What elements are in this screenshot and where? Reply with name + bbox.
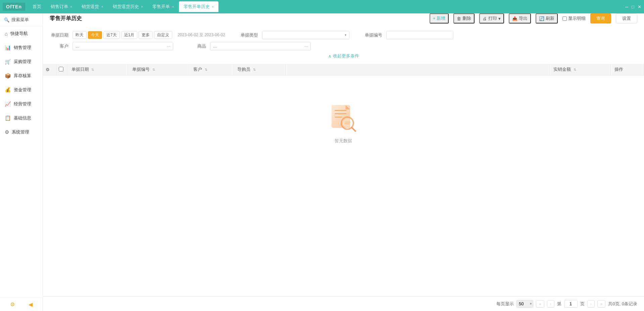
tab-sales-order-close[interactable]: × [70,5,72,9]
sidebar-item-basic-info[interactable]: 📋 基础信息 [0,111,43,125]
add-button[interactable]: + 新增 [430,13,449,23]
date-btn-more[interactable]: 更多 [139,31,153,39]
tab-sales-return-close[interactable]: × [101,5,103,9]
print-dropdown-icon: ▾ [498,16,501,21]
sidebar-item-inventory[interactable]: 📦 库存核算 [0,69,43,83]
sidebar-search[interactable]: 🔍 搜索菜单 [0,13,43,27]
customer-input-dots: ··· [167,44,170,49]
tab-sales-return-history-close[interactable]: × [141,5,143,9]
minimize-btn[interactable]: ─ [625,4,628,9]
display-detail-input[interactable] [562,16,567,21]
select-all-checkbox[interactable] [59,67,63,71]
tab-home[interactable]: 首页 [28,1,46,12]
filter-settings-button[interactable]: 设置 [616,13,637,23]
date-btn-last1m[interactable]: 近1月 [121,31,138,39]
collapse-btn[interactable]: ∧ 收起更多条件 [328,53,359,59]
close-btn[interactable]: ✕ [638,4,641,9]
col-date: 单据日期 ⇅ [67,64,128,75]
col-order-no-label: 单据编号 [132,67,150,72]
tab-sales-return[interactable]: 销货退货 × [77,1,108,12]
tab-sales-order[interactable]: 销售订单 × [46,1,77,12]
sidebar-collapse-icon[interactable]: ◀ [29,301,33,308]
display-detail-label: 显示明细 [568,15,586,21]
order-no-label: 单据编号 [363,32,382,38]
display-detail-checkbox[interactable]: 显示明细 [562,15,586,21]
sidebar-item-basic-info-label: 基础信息 [14,115,31,121]
prev-page-btn[interactable]: ‹ [547,300,554,308]
sidebar-item-purchase-mgmt[interactable]: 🛒 采购管理 [0,55,43,69]
order-type-select[interactable] [262,31,349,39]
tab-sales-return-history[interactable]: 销货退货历史 × [108,1,148,12]
empty-illustration [327,102,360,133]
data-table: ⚙ 单据日期 ⇅ 单据编号 ⇅ [43,64,644,164]
col-actual-amount-sort-icon[interactable]: ⇅ [574,68,576,71]
table-header-row: ⚙ 单据日期 ⇅ 单据编号 ⇅ [43,64,644,75]
first-page-btn[interactable]: « [536,300,544,308]
restore-btn[interactable]: □ [632,4,634,9]
last-page-btn[interactable]: » [597,300,606,308]
print-label: 打印 [488,15,497,21]
col-settings[interactable]: ⚙ [43,64,56,75]
page-number-input[interactable] [564,300,578,308]
filter-row-1: 单据日期 昨天 今天 近7天 近1月 更多 自定义 2023-06-02 至 2… [50,31,637,39]
sidebar-settings-icon[interactable]: ⚙ [10,301,15,308]
customer-input-wrap: ··· [72,42,173,50]
date-btn-custom[interactable]: 自定义 [154,31,172,39]
sidebar-item-operations-label: 经营管理 [14,101,31,107]
sidebar-item-system-mgmt[interactable]: ⚙ 系统管理 [0,125,43,139]
tab-retail-open[interactable]: 零售开单 × [148,1,179,12]
order-no-input[interactable] [386,31,453,39]
date-btn-yesterday[interactable]: 昨天 [72,31,87,39]
sidebar-item-quick-nav[interactable]: ⌂ 快捷导航 [0,27,43,41]
table-settings-icon[interactable]: ⚙ [46,67,50,72]
date-buttons: 昨天 今天 近7天 近1月 更多 自定义 [72,31,172,39]
total-info: 共0页, 0条记录 [608,301,637,307]
next-page-btn[interactable]: › [587,300,595,308]
per-page-select[interactable]: 10 20 50 100 [516,300,533,308]
delete-icon: 🗑 [457,16,461,21]
sidebar-item-sales-mgmt[interactable]: 📊 销售管理 [0,41,43,55]
col-customer-sort-icon[interactable]: ⇅ [205,68,207,71]
delete-button[interactable]: 🗑 删除 [453,13,475,23]
filter-area: 单据日期 昨天 今天 近7天 近1月 更多 自定义 2023-06-02 至 2… [50,28,637,64]
page-suffix-label: 页 [580,301,585,307]
date-btn-last7[interactable]: 近7天 [103,31,120,39]
tab-retail-open-label: 零售开单 [152,4,170,10]
sidebar-item-operations[interactable]: 📈 经营管理 [0,97,43,111]
tab-retail-open-history-close[interactable]: × [212,5,214,9]
inventory-icon: 📦 [5,73,11,79]
per-page-select-wrap: 10 20 50 100 ▾ [516,300,533,308]
refresh-button[interactable]: 🔄 刷新 [536,13,558,23]
date-btn-today[interactable]: 今天 [88,31,102,39]
svg-point-6 [343,119,352,127]
export-button[interactable]: 📤 导出 [509,13,531,23]
customer-label: 客户 [50,43,68,49]
col-actual-amount: 实销金额 ⇅ [549,64,610,75]
sidebar-item-sales-mgmt-label: 销售管理 [14,45,31,51]
sidebar-item-finance[interactable]: 💰 资金管理 [0,83,43,97]
content-area: 零售开单历史 + 新增 🗑 删除 🖨 打印 ▾ 📤 导出 [43,13,644,311]
per-page-label: 每页显示 [496,301,514,307]
col-order-no-sort-icon[interactable]: ⇅ [152,68,155,71]
col-order-no: 单据编号 ⇅ [128,64,189,75]
customer-input[interactable] [72,42,173,50]
tab-retail-open-close[interactable]: × [172,5,174,9]
tab-retail-open-history[interactable]: 零售开单历史 × [179,1,218,12]
refresh-label: 刷新 [546,15,554,21]
page-prefix-label: 第 [557,301,561,307]
filter-row-2: 客户 ··· 商品 ··· [50,42,637,50]
tab-retail-open-history-label: 零售开单历史 [184,4,210,10]
page-title: 零售开单历史 [50,15,82,22]
purchase-icon: 🛒 [5,59,11,65]
query-button[interactable]: 查询 [590,13,611,23]
col-guide-sort-icon[interactable]: ⇅ [253,68,256,71]
sidebar-bottom: ⚙ ◀ [0,298,43,311]
goods-input[interactable] [210,42,311,50]
toolbar: + 新增 🗑 删除 🖨 打印 ▾ 📤 导出 🔄 [430,13,637,23]
print-button[interactable]: 🖨 打印 ▾ [479,13,504,23]
order-no-input-wrap [386,31,453,39]
col-date-sort-icon[interactable]: ⇅ [91,68,94,71]
date-range-text: 2023-06-02 至 2023-06-02 [178,32,225,38]
tab-home-label: 首页 [33,4,41,10]
print-icon: 🖨 [483,16,487,21]
